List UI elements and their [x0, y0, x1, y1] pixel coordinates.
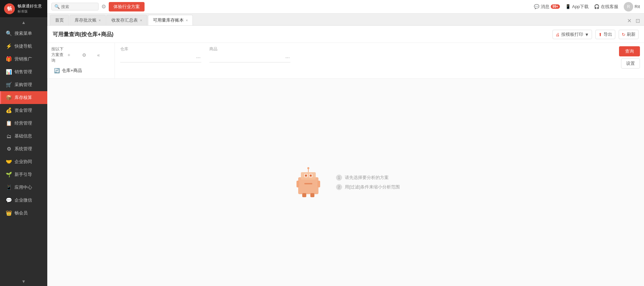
sidebar-item-basic[interactable]: 🗂基础信息 — [0, 130, 47, 142]
page-header-actions: 🖨 按模板打印 ▼ ⬆ 导出 ↻ 刷新 — [552, 30, 639, 39]
filter-scheme-header: 按以下方案查询 ＋ ⚙ « — [51, 46, 110, 63]
sidebar-label-shortcut: 快捷导航 — [15, 43, 32, 49]
sidebar-label-system: 系统管理 — [15, 146, 32, 152]
online-service-btn[interactable]: 🎧 在线客服 — [594, 4, 618, 10]
sidebar-icon-wechat: 💬 — [6, 197, 12, 203]
svg-rect-0 — [298, 177, 318, 194]
tab-available-label: 可用量库存账本 — [153, 17, 184, 23]
product-input-wrapper[interactable]: ··· — [209, 53, 290, 62]
sidebar-item-member[interactable]: 👑畅会员 — [0, 207, 47, 219]
sidebar-scroll-up[interactable]: ▲ — [0, 18, 47, 27]
collapse-scheme-icon[interactable]: « — [97, 52, 110, 58]
sidebar-icon-purchase: 🛒 — [6, 82, 12, 88]
warehouse-input-wrapper[interactable]: ··· — [120, 53, 201, 62]
refresh-btn[interactable]: ↻ 刷新 — [619, 30, 639, 39]
sidebar-item-purchase[interactable]: 🛒采购管理 — [0, 78, 47, 91]
page-header: 可用量查询(按仓库+商品) 🖨 按模板打印 ▼ ⬆ 导出 ↻ 刷新 — [47, 26, 644, 43]
print-icon: 🖨 — [556, 32, 560, 37]
sidebar-item-appcenter[interactable]: 📱应用中心 — [0, 181, 47, 194]
filter-scheme-panel: 按以下方案查询 ＋ ⚙ « 🔄 仓库+商品 — [47, 43, 115, 78]
warehouse-input[interactable] — [121, 55, 195, 60]
page-title: 可用量查询(按仓库+商品) — [53, 31, 113, 38]
settings-scheme-icon[interactable]: ⚙ — [82, 52, 95, 58]
tab-available[interactable]: 可用量库存账本 × — [148, 15, 193, 25]
sidebar-label-operation: 经营管理 — [15, 120, 32, 126]
sidebar-label-finance: 资金管理 — [15, 107, 32, 113]
tab-home[interactable]: 首页 — [50, 15, 69, 25]
tab-restore-btn[interactable]: ⊡ — [634, 16, 641, 25]
sidebar-item-finance[interactable]: 💰资金管理 — [0, 104, 47, 117]
topbar: 🔍 ⚙ 体验行业方案 💬 消息 99+ 📱 App下载 🎧 在线客服 R Rit — [47, 0, 644, 14]
sidebar-label-search: 搜索菜单 — [15, 30, 32, 36]
tab-available-close[interactable]: × — [186, 18, 188, 22]
hint-num-2: 2 — [336, 184, 342, 190]
page-content: 可用量查询(按仓库+商品) 🖨 按模板打印 ▼ ⬆ 导出 ↻ 刷新 — [47, 26, 644, 286]
print-btn[interactable]: 🖨 按模板打印 ▼ — [552, 30, 592, 39]
filter-fields: 仓库 ··· 商品 ··· — [115, 43, 615, 78]
sidebar-icon-system: ⚙ — [6, 146, 12, 152]
sidebar-item-system[interactable]: ⚙系统管理 — [0, 142, 47, 155]
app-download-btn[interactable]: 📱 App下载 — [565, 4, 589, 10]
sidebar-item-marketing[interactable]: 🎁营销推广 — [0, 53, 47, 66]
sidebar-label-inventory: 库存核算 — [15, 95, 32, 101]
sidebar-label-member: 畅会员 — [15, 210, 28, 216]
sidebar-item-wechat[interactable]: 💬企业微信 — [0, 194, 47, 207]
hint-text-2: 用[过滤]条件来缩小分析范围 — [345, 184, 400, 190]
query-button[interactable]: 查询 — [619, 46, 640, 56]
empty-hints: 1 请先选择要分析的方案 2 用[过滤]条件来缩小分析范围 — [336, 175, 400, 190]
sidebar-scroll-down[interactable]: ▼ — [0, 277, 47, 286]
sidebar-item-search[interactable]: 🔍搜索菜单 — [0, 27, 47, 40]
sidebar-icon-enterprise: 🤝 — [6, 159, 12, 165]
tab-home-label: 首页 — [55, 17, 64, 23]
app-icon: 📱 — [565, 4, 571, 9]
scheme-item-warehouse-product[interactable]: 🔄 仓库+商品 — [51, 66, 110, 75]
tab-close-current-btn[interactable]: ✕ — [626, 16, 633, 25]
sidebar-item-operation[interactable]: 📋经营管理 — [0, 117, 47, 130]
export-btn[interactable]: ⬆ 导出 — [595, 30, 615, 39]
search-input[interactable] — [61, 4, 92, 9]
sidebar-item-enterprise[interactable]: 🤝企业协同 — [0, 155, 47, 168]
sidebar-nav: 🔍搜索菜单⚡快捷导航🎁营销推广📊销售管理🛒采购管理📦库存核算💰资金管理📋经营管理… — [0, 27, 47, 277]
export-label: 导出 — [603, 31, 612, 37]
sidebar-logo: 畅 — [4, 3, 15, 14]
sidebar-item-newguide[interactable]: 🌱新手引导 — [0, 168, 47, 181]
filter-scheme-label: 按以下方案查询 — [51, 46, 65, 63]
user-menu[interactable]: R Rit — [624, 2, 640, 11]
gear-icon[interactable]: ⚙ — [101, 3, 106, 10]
message-badge: 99+ — [551, 4, 560, 9]
tabbar: 首页 库存批次账 × 收发存汇总表 × 可用量库存账本 × ✕ ⊡ — [47, 14, 644, 26]
topbar-search-box[interactable]: 🔍 — [51, 3, 99, 10]
sidebar-label-wechat: 企业微信 — [15, 197, 32, 203]
empty-state: 1 请先选择要分析的方案 2 用[过滤]条件来缩小分析范围 — [47, 79, 644, 286]
sidebar-item-shortcut[interactable]: ⚡快捷导航 — [0, 40, 47, 53]
svg-rect-6 — [304, 183, 312, 184]
scheme-item-icon: 🔄 — [54, 68, 60, 73]
tab-summary-close[interactable]: × — [140, 18, 142, 22]
product-more-icon[interactable]: ··· — [285, 55, 290, 61]
tab-actions: ✕ ⊡ — [626, 16, 644, 25]
refresh-label: 刷新 — [627, 31, 636, 37]
sidebar-icon-member: 👑 — [6, 210, 12, 216]
search-icon: 🔍 — [54, 4, 60, 9]
tab-summary[interactable]: 收发存汇总表 × — [106, 15, 147, 25]
headset-icon: 🎧 — [594, 4, 599, 9]
tab-batch-label: 库存批次账 — [75, 17, 97, 23]
settings-button[interactable]: 设置 — [621, 58, 640, 69]
message-btn[interactable]: 💬 消息 99+ — [534, 4, 560, 10]
product-input[interactable] — [210, 55, 284, 60]
sidebar-icon-basic: 🗂 — [6, 133, 12, 139]
sidebar-item-sales[interactable]: 📊销售管理 — [0, 66, 47, 78]
sidebar-icon-shortcut: ⚡ — [6, 43, 12, 49]
export-icon: ⬆ — [598, 32, 602, 37]
sidebar-icon-sales: 📊 — [6, 69, 12, 75]
main-content: 🔍 ⚙ 体验行业方案 💬 消息 99+ 📱 App下载 🎧 在线客服 R Rit — [47, 0, 644, 286]
filter-field-product: 商品 ··· — [209, 46, 290, 62]
filter-field-warehouse: 仓库 ··· — [120, 46, 201, 62]
warehouse-more-icon[interactable]: ··· — [196, 55, 201, 61]
svg-rect-5 — [310, 175, 312, 177]
tab-batch[interactable]: 库存批次账 × — [70, 15, 106, 25]
tab-batch-close[interactable]: × — [99, 18, 101, 22]
add-scheme-icon[interactable]: ＋ — [67, 52, 80, 58]
trial-button[interactable]: 体验行业方案 — [109, 2, 145, 11]
sidebar-item-inventory[interactable]: 📦库存核算 — [0, 91, 47, 104]
